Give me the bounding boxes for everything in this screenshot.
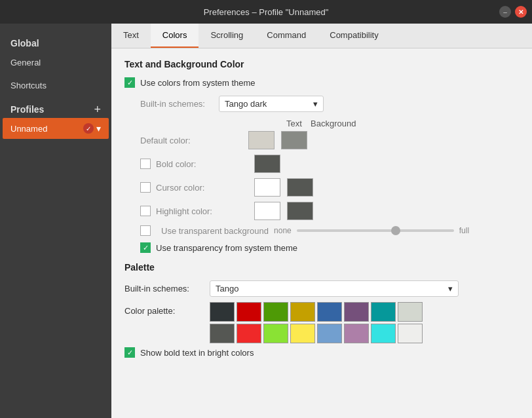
tab-scrolling[interactable]: Scrolling xyxy=(199,24,255,48)
bold-color-label: Bold color: xyxy=(156,159,254,169)
palette-swatch[interactable] xyxy=(371,324,396,343)
cursor-bg-swatch[interactable] xyxy=(287,178,313,197)
bg-col-header: Background xyxy=(311,119,343,128)
add-profile-button[interactable]: + xyxy=(94,104,101,115)
sidebar-item-shortcuts[interactable]: Shortcuts xyxy=(0,74,111,97)
highlight-text-swatch[interactable] xyxy=(254,202,280,220)
default-color-row: Default color: xyxy=(124,131,519,149)
use-system-colors-checkbox[interactable] xyxy=(124,77,135,88)
main-layout: Global General Shortcuts Profiles + Unna… xyxy=(0,24,532,418)
use-system-colors-row: Use colors from system theme xyxy=(124,77,519,88)
palette-swatch[interactable] xyxy=(237,324,261,343)
highlight-color-row: Highlight color: xyxy=(124,202,519,220)
palette-swatch[interactable] xyxy=(263,302,288,322)
sidebar-profiles-header: Profiles + xyxy=(0,97,111,118)
palette-builtin-label: Built-in schemes: xyxy=(124,284,210,294)
transparency-none-label: none xyxy=(274,226,292,235)
highlight-bg-swatch[interactable] xyxy=(287,202,313,220)
sidebar-item-unnamed[interactable]: Unnamed ✓ ▾ xyxy=(3,118,109,139)
default-color-label: Default color: xyxy=(140,136,248,145)
builtin-schemes-dropdown[interactable]: Tango dark ▾ xyxy=(219,96,324,112)
highlight-color-label: Highlight color: xyxy=(156,206,254,216)
profile-arrow-icon: ▾ xyxy=(96,123,101,134)
palette-swatch[interactable] xyxy=(210,324,235,343)
tab-colors[interactable]: Colors xyxy=(151,24,199,48)
window-controls: – ✕ xyxy=(499,6,527,18)
bold-color-row: Bold color: xyxy=(124,155,519,173)
transparent-bg-row: Use transparent background none full xyxy=(124,225,519,236)
palette-swatch[interactable] xyxy=(210,302,235,322)
tab-text[interactable]: Text xyxy=(111,24,151,48)
transparency-slider[interactable] xyxy=(297,229,454,232)
show-bold-bright-row: Show bold text in bright colors xyxy=(124,347,519,358)
window-title: Preferences – Profile "Unnamed" xyxy=(204,7,329,17)
transparent-bg-checkbox[interactable] xyxy=(140,225,151,236)
palette-swatch[interactable] xyxy=(344,324,369,343)
default-bg-swatch[interactable] xyxy=(281,131,307,149)
minimize-button[interactable]: – xyxy=(499,6,511,18)
palette-swatch[interactable] xyxy=(317,324,342,343)
cursor-color-row: Cursor color: xyxy=(124,178,519,197)
palette-swatch[interactable] xyxy=(317,302,342,322)
sidebar: Global General Shortcuts Profiles + Unna… xyxy=(0,24,111,418)
profile-icons: ✓ ▾ xyxy=(83,123,101,134)
tabs-bar: Text Colors Scrolling Command Compatibil… xyxy=(111,24,532,48)
palette-swatch[interactable] xyxy=(237,302,261,322)
bold-color-swatch[interactable] xyxy=(254,155,280,173)
show-bold-bright-label: Show bold text in bright colors xyxy=(140,348,254,358)
profile-check-icon: ✓ xyxy=(83,123,94,134)
transparency-system-label: Use transparency from system theme xyxy=(156,243,297,253)
tab-content-colors: Text and Background Color Use colors fro… xyxy=(111,48,532,418)
color-header-row: Text Background xyxy=(124,119,519,128)
color-palette-label: Color palette: xyxy=(124,302,210,316)
slider-thumb[interactable] xyxy=(391,226,400,235)
palette-swatch[interactable] xyxy=(344,302,369,322)
cursor-text-swatch[interactable] xyxy=(254,178,280,197)
palette-section: Palette Built-in schemes: Tango ▾ Color … xyxy=(124,262,519,358)
tab-compatibility[interactable]: Compatibility xyxy=(318,24,390,48)
transparency-full-label: full xyxy=(459,226,469,235)
cursor-color-label: Cursor color: xyxy=(156,183,254,193)
builtin-schemes-label: Built-in schemes: xyxy=(140,99,219,109)
use-system-colors-label: Use colors from system theme xyxy=(140,78,256,88)
palette-swatch[interactable] xyxy=(398,324,423,343)
default-text-swatch[interactable] xyxy=(248,131,275,149)
titlebar: Preferences – Profile "Unnamed" – ✕ xyxy=(0,0,532,24)
palette-swatch[interactable] xyxy=(290,302,315,322)
palette-row1 xyxy=(210,302,423,322)
transparent-bg-label: Use transparent background xyxy=(161,226,269,236)
palette-swatch[interactable] xyxy=(398,302,423,322)
palette-row2 xyxy=(210,324,423,343)
palette-builtin-dropdown[interactable]: Tango ▾ xyxy=(210,280,459,297)
palette-swatch[interactable] xyxy=(263,324,288,343)
sidebar-item-general[interactable]: General xyxy=(0,51,111,74)
transparency-system-checkbox[interactable] xyxy=(140,242,151,253)
bold-color-checkbox[interactable] xyxy=(140,159,151,169)
palette-swatches-container xyxy=(210,302,423,343)
builtin-schemes-row: Built-in schemes: Tango dark ▾ xyxy=(124,96,519,112)
palette-swatch[interactable] xyxy=(371,302,396,322)
content-area: Text Colors Scrolling Command Compatibil… xyxy=(111,24,532,418)
cursor-color-checkbox[interactable] xyxy=(140,182,151,193)
text-bg-color-section-title: Text and Background Color xyxy=(124,59,519,69)
show-bold-bright-checkbox[interactable] xyxy=(124,347,135,358)
profile-name: Unnamed xyxy=(10,124,47,134)
close-button[interactable]: ✕ xyxy=(515,6,527,18)
transparency-system-row: Use transparency from system theme xyxy=(124,242,519,253)
color-palette-row: Color palette: xyxy=(124,302,519,343)
sidebar-profiles-label: Profiles xyxy=(10,104,44,115)
palette-swatch[interactable] xyxy=(290,324,315,343)
tab-command[interactable]: Command xyxy=(255,24,318,48)
palette-builtin-row: Built-in schemes: Tango ▾ xyxy=(124,280,519,297)
highlight-color-checkbox[interactable] xyxy=(140,206,151,216)
sidebar-global-label: Global xyxy=(0,31,111,51)
palette-section-title: Palette xyxy=(124,262,519,273)
text-col-header: Text xyxy=(278,119,311,128)
